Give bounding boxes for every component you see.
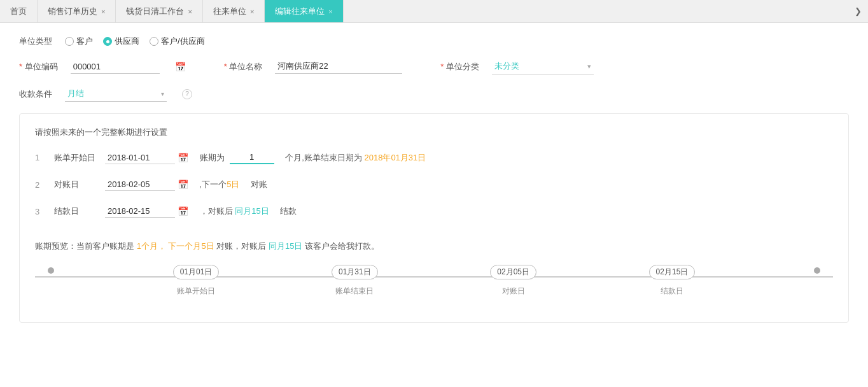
main-content: 单位类型 客户 供应商 客户/供应商 单位编码 📅 单位名称 单位分类 未分类 … (0, 23, 868, 387)
tab-sales-label: 销售订单历史 (48, 6, 97, 17)
timeline-label-3: 对账日 (502, 286, 525, 297)
timeline-label-1: 账单开始日 (177, 286, 215, 297)
unit-code-label: 单位编码 (19, 61, 58, 73)
row2-date-input[interactable] (105, 178, 175, 191)
tab-nav-arrow[interactable]: ❯ (848, 0, 868, 22)
row3-highlight: 同月15日 (235, 206, 269, 217)
preview-middle: 对账，对账后 (216, 241, 266, 251)
row3-desc-prefix: ，对账后 (197, 206, 235, 217)
tab-sales-close[interactable]: × (101, 8, 105, 15)
timeline-badge-1: 01月01日 (173, 265, 220, 279)
unit-code-icon[interactable]: 📅 (175, 62, 186, 72)
timeline-right-endpoint (814, 267, 820, 274)
tab-partner-close[interactable]: × (250, 8, 254, 15)
row1-date-input[interactable] (105, 151, 175, 164)
preview-part3: 同月15日 (269, 241, 305, 251)
unit-type-row: 单位类型 客户 供应商 客户/供应商 (19, 36, 849, 47)
row2-desc-suffix: 对账 (248, 179, 267, 190)
payment-terms-chevron: ▾ (161, 90, 164, 97)
tab-sales-order-history[interactable]: 销售订单历史 × (38, 0, 116, 22)
setting-row-1: 1 账单开始日 📅 账期为 个月,账单结束日期为 2018年01月31日 (35, 151, 833, 164)
row1-key: 账单开始日 (54, 152, 105, 164)
row1-period-input[interactable] (230, 151, 274, 164)
row2-key: 对账日 (54, 179, 105, 190)
setting-row-2: 2 对账日 📅 ,下一个 5日 对账 (35, 178, 833, 191)
timeline-node-2: 01月31日 账单结束日 (332, 265, 378, 297)
unit-info-row: 单位编码 📅 单位名称 单位分类 未分类 ▾ (19, 59, 849, 74)
row1-end-date: 2018年01月31日 (364, 152, 426, 164)
radio-supplier[interactable]: 供应商 (103, 36, 139, 47)
payment-terms-select[interactable]: 月结 ▾ (65, 86, 167, 102)
radio-supplier-circle (103, 37, 112, 46)
tab-cash-label: 钱货日清工作台 (126, 6, 184, 17)
radio-customer-label: 客户 (76, 36, 93, 47)
timeline-badge-4: 02月15日 (649, 265, 696, 279)
row3-desc-suffix: 结款 (278, 206, 297, 217)
row1-desc-prefix: 账期为 (197, 152, 225, 164)
timeline-badge-3: 02月05日 (490, 265, 536, 279)
timeline-badge-2: 01月31日 (332, 265, 378, 279)
unit-code-input[interactable] (71, 60, 160, 74)
tab-edit-label: 编辑往来单位 (275, 6, 325, 17)
payment-terms-label: 收款条件 (19, 88, 52, 100)
tab-home[interactable]: 首页 (0, 0, 38, 22)
section-title: 请按照未来的一个完整帐期进行设置 (35, 127, 833, 138)
timeline-nodes: 01月01日 账单开始日 01月31日 账单结束日 02月05日 对账日 02月… (41, 265, 827, 297)
radio-supplier-label: 供应商 (115, 36, 139, 47)
preview-suffix: 该客户会给我打款。 (305, 241, 379, 251)
row3-num: 3 (35, 207, 54, 216)
radio-group: 客户 供应商 客户/供应商 (65, 36, 205, 47)
unit-category-value: 未分类 (494, 60, 587, 72)
unit-category-select[interactable]: 未分类 ▾ (492, 59, 594, 74)
timeline-label-2: 账单结束日 (335, 286, 374, 297)
tab-edit-partner[interactable]: 编辑往来单位 × (265, 0, 343, 22)
radio-customer-circle (65, 37, 74, 46)
row1-desc-suffix: 个月,账单结束日期为 (283, 152, 365, 164)
tab-cash-daily[interactable]: 钱货日清工作台 × (116, 0, 202, 22)
row2-num: 2 (35, 180, 54, 190)
preview-part2: 下一个月5日 (168, 241, 214, 251)
tab-cash-close[interactable]: × (188, 8, 192, 15)
setting-row-3: 3 结款日 📅 ，对账后 同月15日 结款 (35, 205, 833, 218)
timeline-node-3: 02月05日 对账日 (490, 265, 536, 297)
unit-type-label: 单位类型 (19, 36, 52, 47)
payment-terms-row: 收款条件 月结 ▾ ? (19, 86, 849, 102)
tab-partner-label: 往来单位 (213, 6, 246, 17)
row1-num: 1 (35, 153, 54, 162)
radio-customer[interactable]: 客户 (65, 36, 93, 47)
timeline-label-4: 结款日 (661, 286, 683, 297)
row3-date-input[interactable] (105, 205, 175, 218)
preview-part1: 1个月， (137, 241, 166, 251)
row1-cal-icon[interactable]: 📅 (178, 153, 188, 163)
unit-name-label: 单位名称 (224, 61, 263, 73)
unit-name-input[interactable] (275, 60, 402, 74)
row3-cal-icon[interactable]: 📅 (178, 206, 188, 216)
payment-terms-value: 月结 (67, 88, 161, 99)
row3-key: 结款日 (54, 206, 105, 217)
timeline-left-endpoint (48, 267, 54, 274)
help-icon[interactable]: ? (182, 89, 192, 99)
row2-highlight: 5日 (227, 179, 239, 190)
tab-partner-unit[interactable]: 往来单位 × (203, 0, 265, 22)
tab-bar: 首页 销售订单历史 × 钱货日清工作台 × 往来单位 × 编辑往来单位 × ❯ (0, 0, 868, 23)
row2-cal-icon[interactable]: 📅 (178, 179, 188, 190)
radio-both[interactable]: 客户/供应商 (150, 36, 205, 47)
unit-category-label: 单位分类 (440, 61, 479, 73)
category-chevron-icon: ▾ (587, 62, 591, 71)
timeline: 01月01日 账单开始日 01月31日 账单结束日 02月05日 对账日 02月… (35, 258, 833, 309)
tab-edit-close[interactable]: × (328, 8, 332, 15)
preview-prefix: 账期预览：当前客户账期是 (35, 241, 134, 251)
tab-home-label: 首页 (10, 6, 27, 17)
timeline-node-4: 02月15日 结款日 (649, 265, 696, 297)
preview-row: 账期预览：当前客户账期是 1个月， 下一个月5日 对账，对账后 同月15日 该客… (35, 232, 833, 258)
settings-section: 请按照未来的一个完整帐期进行设置 1 账单开始日 📅 账期为 个月,账单结束日期… (19, 113, 849, 323)
timeline-node-1: 01月01日 账单开始日 (173, 265, 220, 297)
radio-both-label: 客户/供应商 (161, 36, 205, 47)
row2-desc-prefix: ,下一个 (197, 179, 227, 190)
radio-both-circle (150, 37, 158, 46)
